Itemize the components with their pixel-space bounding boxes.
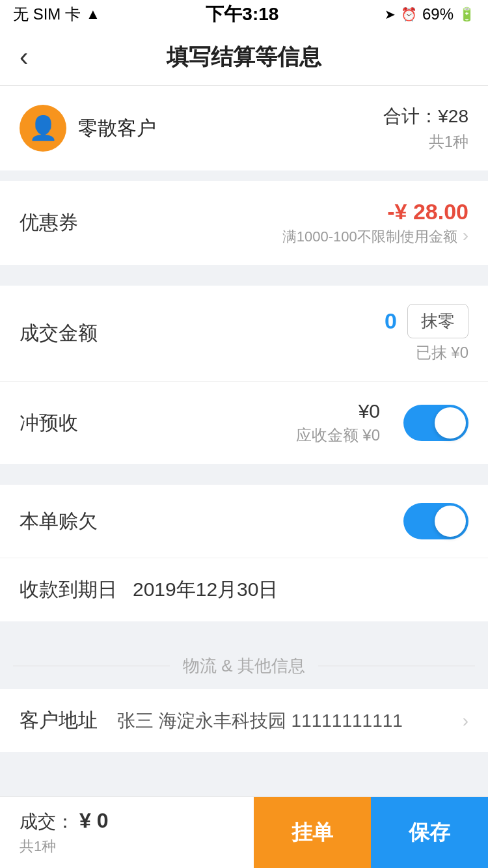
toggle-knob — [435, 407, 466, 439]
customer-row: 👤 零散客户 合计：¥28 共1种 — [0, 86, 488, 170]
due-date-value: 2019年12月30日 — [133, 576, 278, 603]
carrier-label: 无 SIM 卡 — [13, 4, 81, 25]
customer-totals: 合计：¥28 共1种 — [383, 104, 468, 152]
debt-label: 本单赊欠 — [20, 508, 98, 535]
save-button[interactable]: 保存 — [371, 797, 488, 868]
address-value: 张三 海淀永丰科技园 11111111111 — [117, 709, 463, 733]
logistics-header: 物流 & 其他信息 — [0, 642, 488, 689]
status-right: ➤ ⏰ 69% 🔋 — [385, 5, 475, 23]
coupon-right: -¥ 28.00 满1000-100不限制使用金额 › — [282, 199, 468, 247]
debt-toggle-knob — [435, 506, 466, 537]
location-icon: ➤ — [385, 7, 396, 22]
battery-label: 69% — [422, 5, 454, 23]
trade-amount-row: 成交金额 0 抹零 已抹 ¥0 — [0, 286, 488, 382]
trade-amount-label: 成交金额 — [20, 320, 98, 347]
amount-top: 0 抹零 — [385, 304, 468, 338]
bottom-trade-label: 成交： — [20, 809, 74, 834]
address-row[interactable]: 客户地址 张三 海淀永丰科技园 11111111111 › — [0, 689, 488, 752]
nav-bar: ‹ 填写结算等信息 — [0, 29, 488, 86]
customer-name: 零散客户 — [78, 115, 156, 142]
prepay-label: 冲预收 — [20, 410, 78, 437]
bottom-trade-value: ¥ 0 — [79, 809, 108, 833]
divider-1 — [0, 275, 488, 286]
prepay-row: 冲预收 ¥0 应收金额 ¥0 — [0, 382, 488, 464]
wifi-icon: ▲ — [86, 6, 100, 23]
debt-row: 本单赊欠 — [0, 485, 488, 558]
bottom-trade-row: 成交： ¥ 0 — [20, 809, 234, 834]
logistics-title: 物流 & 其他信息 — [183, 655, 305, 677]
due-date-label: 收款到期日 — [20, 576, 117, 603]
alarm-icon: ⏰ — [401, 7, 417, 22]
prepay-amount: ¥0 — [359, 400, 380, 422]
trade-amount-sub: 已抹 ¥0 — [416, 342, 468, 363]
debt-section: 本单赊欠 收款到期日 2019年12月30日 — [0, 485, 488, 621]
prepay-toggle[interactable] — [403, 405, 468, 441]
bottom-summary: 成交： ¥ 0 共1种 — [0, 797, 254, 868]
customer-avatar: 👤 — [20, 105, 66, 152]
address-section: 客户地址 张三 海淀永丰科技园 11111111111 › — [0, 689, 488, 752]
due-date-row: 收款到期日 2019年12月30日 — [0, 558, 488, 621]
status-time: 下午3:18 — [206, 2, 278, 27]
transaction-section: 成交金额 0 抹零 已抹 ¥0 冲预收 ¥0 应收金额 ¥0 — [0, 286, 488, 464]
coupon-description: 满1000-100不限制使用金额 — [282, 227, 457, 247]
back-button[interactable]: ‹ — [20, 36, 34, 78]
trade-amount-value[interactable]: 0 — [385, 308, 397, 334]
divider-2 — [0, 474, 488, 485]
coupon-row[interactable]: 优惠券 -¥ 28.00 满1000-100不限制使用金额 › — [0, 181, 488, 265]
customer-count: 共1种 — [383, 131, 468, 152]
hang-button[interactable]: 挂单 — [254, 797, 371, 868]
battery-icon: 🔋 — [459, 7, 475, 22]
user-icon: 👤 — [29, 115, 58, 142]
logistics-line-right — [318, 666, 475, 666]
coupon-section: 优惠券 -¥ 28.00 满1000-100不限制使用金额 › — [0, 181, 488, 265]
chevron-right-icon: › — [463, 225, 468, 246]
status-bar: 无 SIM 卡 ▲ 下午3:18 ➤ ⏰ 69% 🔋 — [0, 0, 488, 29]
prepay-sub: 应收金额 ¥0 — [296, 425, 380, 446]
status-left: 无 SIM 卡 ▲ — [13, 4, 100, 25]
bottom-bar: 成交： ¥ 0 共1种 挂单 保存 — [0, 796, 488, 868]
debt-toggle[interactable] — [403, 503, 468, 539]
logistics-line-left — [13, 666, 170, 666]
trade-amount-right: 0 抹零 已抹 ¥0 — [385, 304, 468, 363]
coupon-discount: -¥ 28.00 — [282, 199, 468, 224]
customer-total-label: 合计：¥28 — [383, 104, 468, 129]
coupon-label: 优惠券 — [20, 210, 78, 236]
address-label: 客户地址 — [20, 707, 98, 734]
round-button[interactable]: 抹零 — [407, 304, 468, 338]
page-title: 填写结算等信息 — [167, 42, 321, 72]
address-chevron-icon: › — [463, 711, 468, 731]
customer-info: 👤 零散客户 — [20, 105, 156, 152]
prepay-right: ¥0 应收金额 ¥0 — [296, 400, 468, 446]
bottom-count: 共1种 — [20, 837, 234, 856]
divider-3 — [0, 632, 488, 642]
